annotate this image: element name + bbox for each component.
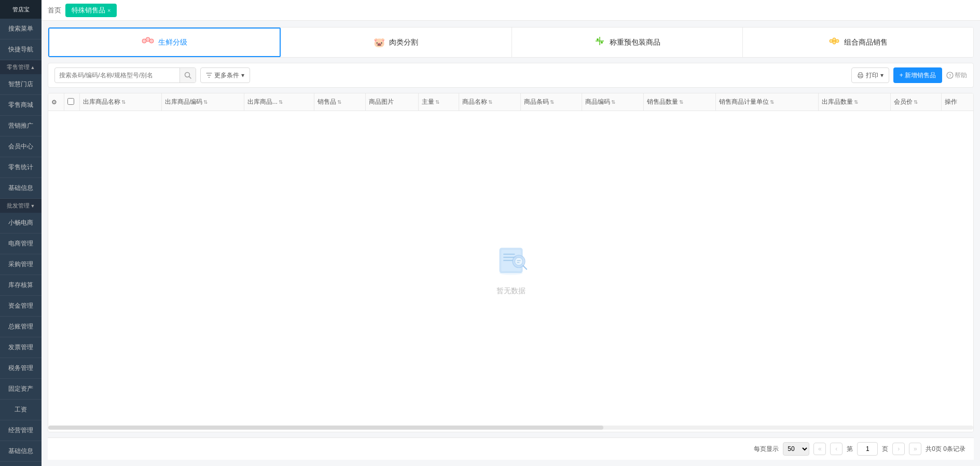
active-tab[interactable]: 特殊销售品 × bbox=[65, 4, 117, 17]
sort-icon-barcode: ⇅ bbox=[550, 99, 554, 105]
help-button[interactable]: ? 帮助 bbox=[946, 67, 967, 83]
svg-rect-14 bbox=[859, 73, 862, 75]
sidebar-item-salary[interactable]: 工资 bbox=[0, 400, 42, 420]
tab-fresh[interactable]: 生鲜分级 bbox=[48, 28, 281, 57]
sidebar-item-fixed-assets[interactable]: 固定资产 bbox=[0, 379, 42, 400]
th-barcode[interactable]: 商品条码 ⇅ bbox=[520, 93, 582, 111]
tab-meat[interactable]: 🐷 肉类分割 bbox=[281, 28, 512, 57]
th-out-qty[interactable]: 出库品数量 ⇅ bbox=[819, 93, 891, 111]
quick-nav-label: 快捷导航 bbox=[8, 45, 33, 54]
scrollbar-area[interactable] bbox=[48, 426, 973, 430]
meat-icon: 🐷 bbox=[374, 37, 385, 48]
sidebar-item-promotion[interactable]: 营销推广 bbox=[0, 116, 42, 136]
tab-weight[interactable]: 称重预包装商品 bbox=[512, 28, 743, 57]
sidebar-item-tax[interactable]: 税务管理 bbox=[0, 358, 42, 379]
sidebar-item-member[interactable]: 会员中心 bbox=[0, 136, 42, 157]
th-image: 商品图片 bbox=[365, 93, 418, 111]
sidebar-item-mini-shop[interactable]: 小畅电商 bbox=[0, 213, 42, 234]
table-container: ⚙ 出库商品名称 ⇅ 出库商 bbox=[48, 93, 974, 432]
th-checkbox[interactable] bbox=[64, 93, 79, 111]
empty-text: 暂无数据 bbox=[496, 286, 526, 296]
scrollbar-thumb[interactable] bbox=[48, 426, 603, 430]
print-label: 打印 bbox=[866, 71, 878, 80]
add-button[interactable]: + 新增销售品 bbox=[893, 67, 942, 83]
sidebar-item-search[interactable]: 搜索菜单 bbox=[0, 19, 42, 39]
weight-icon bbox=[594, 36, 605, 49]
page-label: 第 bbox=[847, 445, 853, 454]
th-goods-name[interactable]: 商品名称 ⇅ bbox=[459, 93, 521, 111]
sidebar-item-general-ledger[interactable]: 总账管理 bbox=[0, 317, 42, 337]
sidebar-item-quick-nav[interactable]: 快捷导航 bbox=[0, 39, 42, 60]
th-settings[interactable]: ⚙ bbox=[48, 93, 64, 111]
filter-label: 更多条件 bbox=[214, 71, 239, 80]
svg-point-9 bbox=[836, 39, 839, 43]
page-input[interactable] bbox=[857, 442, 878, 456]
topbar: 首页 特殊销售品 × bbox=[42, 0, 980, 21]
th-sale-item[interactable]: 销售品 ⇅ bbox=[314, 93, 366, 111]
last-page-button[interactable]: » bbox=[909, 443, 921, 455]
empty-state: 暂无数据 bbox=[48, 111, 973, 423]
tab-weight-label: 称重预包装商品 bbox=[610, 38, 660, 47]
sidebar: 管店宝 搜索菜单 快捷导航 零售管理 ▲ 智慧门店 零售商城 营销推广 会员中心… bbox=[0, 0, 42, 466]
svg-point-10 bbox=[833, 41, 836, 44]
filter-arrow-icon: ▾ bbox=[241, 72, 244, 79]
svg-text:?: ? bbox=[948, 73, 951, 78]
tab-meat-label: 肉类分割 bbox=[389, 38, 418, 47]
print-button[interactable]: 打印 ▾ bbox=[851, 67, 889, 83]
th-out-name[interactable]: 出库商品名称 ⇅ bbox=[79, 93, 162, 111]
sidebar-item-inventory[interactable]: 库存核算 bbox=[0, 275, 42, 296]
sidebar-item-finance[interactable]: 资金管理 bbox=[0, 296, 42, 317]
th-member-price[interactable]: 会员价 ⇅ bbox=[890, 93, 942, 111]
th-sale-unit-label: 销售商品计量单位 bbox=[719, 98, 769, 106]
next-page-button[interactable]: › bbox=[892, 443, 905, 455]
sort-icon-goods-name: ⇅ bbox=[488, 99, 492, 105]
sidebar-item-retail-stat[interactable]: 零售统计 bbox=[0, 157, 42, 178]
main-area: 首页 特殊销售品 × 生鲜分级 🐷 肉类分割 bbox=[42, 0, 980, 466]
sidebar-item-ecommerce[interactable]: 电商管理 bbox=[0, 234, 42, 254]
fresh-icon bbox=[142, 36, 154, 49]
data-table: ⚙ 出库商品名称 ⇅ 出库商 bbox=[48, 93, 973, 111]
sidebar-item-base-info2[interactable]: 基础信息 bbox=[0, 441, 42, 462]
sidebar-item-invoice[interactable]: 发票管理 bbox=[0, 337, 42, 358]
select-all-checkbox[interactable] bbox=[67, 98, 74, 105]
wholesale-label: 批发管理 bbox=[7, 202, 30, 210]
tab-combo[interactable]: 组合商品销售 bbox=[743, 28, 973, 57]
th-goods-code[interactable]: 商品编码 ⇅ bbox=[582, 93, 644, 111]
th-sale-qty[interactable]: 销售品数量 ⇅ bbox=[643, 93, 715, 111]
th-barcode-label: 商品条码 bbox=[524, 98, 549, 106]
th-goods-code-label: 商品编码 bbox=[585, 98, 610, 106]
search-button[interactable] bbox=[180, 67, 196, 83]
first-page-button[interactable]: « bbox=[813, 443, 826, 455]
th-sale-unit[interactable]: 销售商品计量单位 ⇅ bbox=[715, 93, 819, 111]
add-label: + 新增销售品 bbox=[900, 71, 936, 80]
sidebar-section-retail[interactable]: 零售管理 ▲ bbox=[0, 60, 42, 74]
svg-rect-21 bbox=[503, 254, 515, 255]
prev-page-button[interactable]: ‹ bbox=[830, 443, 843, 455]
sidebar-item-operation[interactable]: 经营管理 bbox=[0, 420, 42, 441]
th-out-code[interactable]: 出库商品编码 ⇅ bbox=[162, 93, 244, 111]
svg-line-26 bbox=[523, 266, 527, 269]
sidebar-item-smart-store[interactable]: 智慧门店 bbox=[0, 74, 42, 95]
th-weight-label: 主量 bbox=[422, 98, 434, 106]
svg-rect-15 bbox=[859, 76, 862, 78]
sidebar-logo: 管店宝 bbox=[0, 0, 42, 19]
svg-rect-28 bbox=[517, 262, 519, 263]
svg-rect-23 bbox=[503, 260, 513, 261]
tab-close-icon[interactable]: × bbox=[107, 7, 111, 13]
th-out-spec[interactable]: 出库商品... ⇅ bbox=[244, 93, 314, 111]
th-sale-qty-label: 销售品数量 bbox=[647, 98, 678, 106]
sort-icon-goods-code: ⇅ bbox=[611, 99, 615, 105]
breadcrumb-home[interactable]: 首页 bbox=[48, 6, 61, 15]
sidebar-item-retail-mall[interactable]: 零售商城 bbox=[0, 95, 42, 116]
page-size-select[interactable]: 50 10 20 100 bbox=[783, 442, 809, 456]
th-weight[interactable]: 主量 ⇅ bbox=[418, 93, 459, 111]
sidebar-item-purchase[interactable]: 采购管理 bbox=[0, 254, 42, 275]
sidebar-section-wholesale[interactable]: 批发管理 ▼ bbox=[0, 199, 42, 213]
sidebar-item-base-info[interactable]: 基础信息 bbox=[0, 178, 42, 199]
sidebar-item-sys-manage[interactable]: 系统管理 bbox=[0, 462, 42, 466]
total-text: 共0页 0条记录 bbox=[926, 445, 965, 454]
search-input[interactable] bbox=[55, 72, 180, 79]
filter-button[interactable]: 更多条件 ▾ bbox=[200, 67, 250, 83]
search-menu-label: 搜索菜单 bbox=[8, 24, 33, 33]
bottom-scroll bbox=[48, 423, 973, 432]
